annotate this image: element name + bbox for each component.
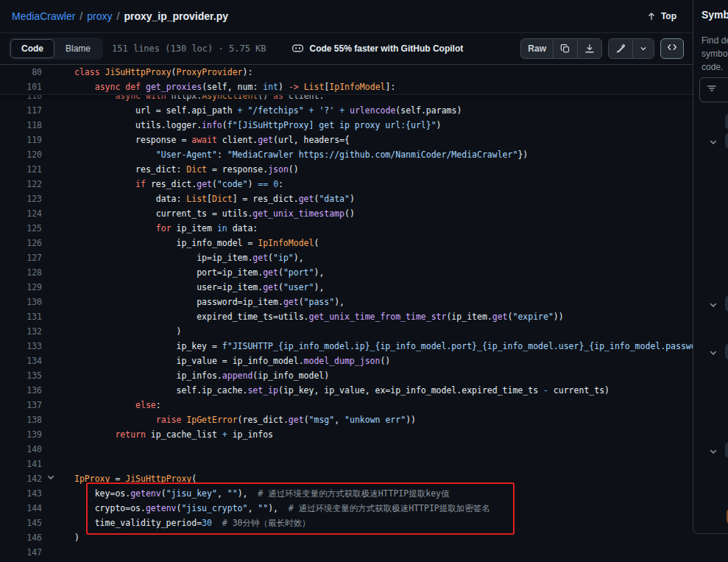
line-number[interactable]: 122 [0, 177, 42, 192]
symbol-expand-chevron-icon[interactable] [709, 347, 718, 360]
fold-slot [42, 221, 60, 236]
copilot-banner[interactable]: Code 55% faster with GitHub Copilot [291, 43, 464, 55]
fold-slot [42, 206, 60, 221]
line-number[interactable]: 120 [0, 147, 42, 162]
breadcrumb: MediaCrawler / proxy / proxy_ip_provider… [12, 10, 228, 22]
line-number[interactable]: 141 [0, 457, 42, 471]
code-line: 131 expired_time_ts=utils.get_unix_time_… [0, 309, 693, 324]
toolbar-actions: Raw [520, 38, 684, 59]
symbols-pane-toggle-button[interactable] [660, 38, 684, 59]
code-text: raise IpGetError(res_dict.get("msg", "un… [60, 412, 416, 427]
code-text [60, 457, 74, 471]
line-number[interactable]: 130 [0, 295, 42, 309]
breadcrumb-dir-link[interactable]: proxy [87, 10, 112, 22]
fold-slot [42, 324, 60, 339]
copilot-banner-text: Code 55% faster with GitHub Copilot [310, 43, 464, 54]
line-number[interactable]: 101 [0, 80, 42, 94]
fold-slot [42, 118, 60, 133]
symbol-item-badge[interactable] [725, 343, 728, 359]
code-line: 80class JiSuHttpProxy(ProxyProvider): [0, 65, 693, 80]
line-number[interactable]: 139 [0, 427, 42, 442]
line-number[interactable]: 126 [0, 236, 42, 250]
line-number[interactable]: 117 [0, 103, 42, 118]
code-text: self.ip_cache.set_ip(ip_key, ip_value, e… [60, 383, 609, 398]
symbol-expand-chevron-icon[interactable] [709, 299, 718, 312]
chevron-down-icon [640, 45, 647, 52]
line-number[interactable]: 128 [0, 265, 42, 280]
line-number[interactable]: 127 [0, 250, 42, 265]
symbol-item-badge[interactable] [725, 442, 728, 458]
line-number[interactable]: 137 [0, 398, 42, 412]
symbols-panel-description: Find definitions and references for func… [702, 34, 728, 74]
code-text: async def get_proxies(self, num: int) ->… [60, 80, 395, 94]
fold-slot [42, 354, 60, 368]
copy-raw-button[interactable] [553, 38, 578, 59]
edit-options-dropdown[interactable] [632, 38, 654, 59]
fold-slot [42, 133, 60, 147]
code-line: 129 user=ip_item.get("user"), [0, 280, 693, 295]
line-number[interactable]: 133 [0, 339, 42, 354]
line-number[interactable]: 140 [0, 442, 42, 457]
code-line: 137 else: [0, 398, 693, 412]
filter-symbols-input[interactable] [699, 77, 728, 102]
line-number[interactable]: 145 [0, 516, 42, 530]
raw-button[interactable]: Raw [520, 38, 554, 59]
code-text: ip_key = f"JISUHTTP_{ip_info_model.ip}_{… [60, 339, 693, 354]
code-brackets-icon [667, 42, 677, 55]
edit-file-button[interactable] [608, 38, 633, 59]
back-to-top-button[interactable]: Top [642, 8, 681, 24]
symbol-expand-chevron-icon[interactable] [709, 446, 718, 459]
tab-code[interactable]: Code [10, 39, 54, 58]
code-line: 143 key=os.getenv("jisu_key", ""), # 通过环… [0, 486, 693, 501]
line-number[interactable]: 119 [0, 133, 42, 147]
line-number[interactable]: 134 [0, 354, 42, 368]
fold-toggle[interactable] [42, 471, 60, 486]
line-number[interactable]: 138 [0, 412, 42, 427]
breadcrumb-repo-link[interactable]: MediaCrawler [12, 10, 75, 22]
tab-blame[interactable]: Blame [54, 39, 102, 58]
code-line: 117 url = self.api_path + "/fetchips" + … [0, 103, 693, 118]
breadcrumb-separator: / [116, 10, 119, 22]
symbol-item-badge[interactable] [725, 113, 728, 130]
fold-slot [42, 486, 60, 501]
code-text: return ip_cache_list + ip_infos [60, 427, 273, 442]
line-number[interactable]: 80 [0, 65, 42, 80]
symbol-item-badge[interactable] [725, 295, 728, 312]
fold-slot [42, 177, 60, 192]
symbols-panel: Symbols Find definitions and references … [693, 0, 728, 534]
code-text: ) [60, 324, 181, 339]
fold-slot [42, 427, 60, 442]
line-number[interactable]: 135 [0, 368, 42, 383]
line-number[interactable]: 118 [0, 118, 42, 133]
line-number[interactable]: 125 [0, 221, 42, 236]
code-text: ip_value = ip_info_model.model_dump_json… [60, 354, 390, 368]
line-number[interactable]: 146 [0, 530, 42, 545]
line-number[interactable]: 132 [0, 324, 42, 339]
code-text: utils.logger.info(f"[JiSuHttpProxy] get … [60, 118, 442, 133]
line-number[interactable]: 147 [0, 545, 42, 560]
breadcrumb-filename: proxy_ip_provider.py [124, 10, 228, 22]
fold-slot [42, 295, 60, 309]
code-line: 144 crypto=os.getenv("jisu_crypto", ""),… [0, 501, 693, 516]
line-number[interactable]: 136 [0, 383, 42, 398]
code-line: 132 ) [0, 324, 693, 339]
symbol-expand-chevron-icon[interactable] [709, 136, 718, 150]
line-number[interactable]: 143 [0, 486, 42, 501]
line-number[interactable]: 121 [0, 162, 42, 177]
line-number[interactable]: 131 [0, 309, 42, 324]
code-lines: 116 async with httpx.AsyncClient() as cl… [0, 88, 693, 560]
line-number[interactable]: 123 [0, 192, 42, 206]
line-number[interactable]: 144 [0, 501, 42, 516]
code-text: time_validity_period=30 # 30分钟（最长时效） [60, 516, 311, 530]
line-number[interactable]: 124 [0, 206, 42, 221]
fold-slot [42, 280, 60, 295]
code-line: 128 port=ip_item.get("port"), [0, 265, 693, 280]
symbol-item-badge[interactable] [725, 133, 728, 149]
download-raw-button[interactable] [577, 38, 602, 59]
chevron-down-icon [46, 471, 55, 486]
code-blame-switch: Code Blame [9, 38, 103, 60]
code-text [60, 545, 74, 560]
line-number[interactable]: 129 [0, 280, 42, 295]
symbols-panel-title: Symbols [702, 9, 728, 21]
line-number[interactable]: 142 [0, 471, 42, 486]
